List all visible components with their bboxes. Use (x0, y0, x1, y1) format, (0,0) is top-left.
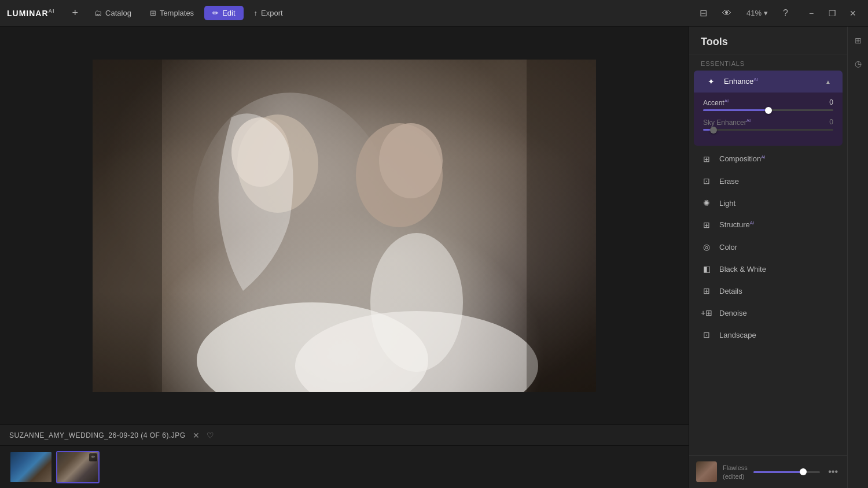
composition-label: CompositionAI (719, 154, 836, 163)
details-label: Details (719, 287, 836, 295)
denoise-label: Denoise (719, 309, 836, 317)
filename-text: SUZANNE_AMY_WEDDING_26-09-20 (4 OF 6).JP… (9, 431, 186, 439)
sky-value: 0 (829, 118, 833, 127)
enhance-expanded-panel: AccentAI 0 Sky EnhancerAI (694, 93, 843, 146)
templates-button[interactable]: ⊞ Templates (142, 6, 202, 20)
edit-icon: ✏ (212, 9, 219, 17)
color-icon: ◎ (701, 241, 712, 253)
export-button[interactable]: ↑ Export (246, 6, 291, 20)
preset-thumbnail (696, 461, 717, 482)
photo-svg (93, 60, 596, 392)
thumb-1-image (10, 452, 52, 482)
layers-icon[interactable]: ⊞ (850, 32, 866, 49)
erase-icon: ⊡ (701, 175, 712, 187)
sky-slider-track[interactable] (703, 129, 833, 131)
color-label: Color (719, 243, 836, 252)
tool-item-enhance[interactable]: ✦ EnhanceAI ▲ (694, 71, 843, 93)
app-logo: LUMINARAI (7, 8, 55, 18)
thumbnail-1[interactable] (9, 451, 53, 483)
right-panel: Tools Essentials ✦ EnhanceAI ▲ (689, 27, 868, 488)
preset-strength-slider[interactable] (753, 471, 820, 473)
chevron-down-icon: ▾ (764, 9, 768, 17)
svg-rect-8 (93, 60, 162, 392)
close-button[interactable]: ✕ (845, 5, 861, 21)
tools-list: Essentials ✦ EnhanceAI ▲ AccentAI (689, 54, 847, 455)
black-white-icon: ◧ (701, 263, 712, 275)
enhance-icon: ✦ (705, 76, 717, 87)
window-controls: − ❐ ✕ (803, 5, 861, 21)
essentials-label: Essentials (689, 54, 847, 71)
preset-slider-thumb[interactable] (800, 468, 807, 475)
expand-chevron-icon: ▲ (825, 79, 831, 85)
erase-label: Erase (719, 177, 836, 186)
accent-slider-track[interactable] (703, 109, 833, 111)
svg-rect-9 (527, 60, 596, 392)
tool-item-black-white[interactable]: ◧ Black & White (689, 258, 847, 280)
tool-item-denoise[interactable]: +⊞ Denoise (689, 302, 847, 324)
black-white-label: Black & White (719, 265, 836, 273)
light-label: Light (719, 199, 836, 208)
tool-item-details[interactable]: ⊞ Details (689, 280, 847, 302)
topbar: LUMINARAI + 🗂 Catalog ⊞ Templates ✏ Edit… (0, 0, 868, 27)
edit-button[interactable]: ✏ Edit (204, 6, 243, 20)
sky-enhancer-slider-row: Sky EnhancerAI 0 (703, 118, 833, 131)
preview-button[interactable]: 👁 (718, 6, 736, 21)
preset-thumb-image (696, 461, 717, 482)
sky-label: Sky EnhancerAI (703, 118, 751, 127)
accent-value: 0 (829, 98, 833, 107)
accent-label: AccentAI (703, 98, 729, 107)
svg-point-7 (370, 233, 463, 372)
sky-slider-thumb[interactable] (710, 127, 717, 134)
canvas-area (0, 27, 689, 424)
preset-bar: Flawless (edited) ••• (689, 455, 847, 488)
catalog-icon: 🗂 (94, 9, 102, 17)
tool-item-structure[interactable]: ⊞ StructureAI (689, 214, 847, 236)
tool-item-color[interactable]: ◎ Color (689, 236, 847, 258)
preset-more-button[interactable]: ••• (826, 464, 840, 479)
structure-label: StructureAI (719, 220, 836, 229)
templates-icon: ⊞ (150, 9, 156, 17)
left-panel: SUZANNE_AMY_WEDDING_26-09-20 (4 OF 6).JP… (0, 27, 689, 488)
light-icon: ✺ (701, 197, 712, 209)
catalog-button[interactable]: 🗂 Catalog (86, 6, 139, 20)
svg-point-4 (379, 123, 443, 198)
landscape-label: Landscape (719, 331, 836, 339)
details-icon: ⊞ (701, 285, 712, 297)
structure-icon: ⊞ (701, 219, 712, 231)
photo-background (93, 60, 596, 392)
tool-item-erase[interactable]: ⊡ Erase (689, 170, 847, 192)
maximize-button[interactable]: ❐ (824, 5, 840, 21)
tool-item-light[interactable]: ✺ Light (689, 192, 847, 214)
favorite-icon[interactable]: ♡ (207, 431, 214, 440)
tools-panel: Tools Essentials ✦ EnhanceAI ▲ (689, 27, 847, 488)
composition-icon: ⊞ (701, 153, 712, 165)
tool-item-landscape[interactable]: ⊡ Landscape (689, 324, 847, 346)
tool-item-composition[interactable]: ⊞ CompositionAI (689, 148, 847, 170)
close-file-icon[interactable]: ✕ (193, 431, 200, 440)
bottom-bar: SUZANNE_AMY_WEDDING_26-09-20 (4 OF 6).JP… (0, 424, 689, 488)
preset-slider-fill (753, 471, 804, 473)
export-icon: ↑ (254, 9, 258, 17)
filmstrip: ✏ (0, 446, 689, 488)
minimize-button[interactable]: − (803, 5, 819, 21)
zoom-selector[interactable]: 41% ▾ (742, 6, 773, 20)
accent-slider-thumb[interactable] (765, 107, 772, 114)
enhance-label: EnhanceAI (724, 77, 818, 86)
main-content: SUZANNE_AMY_WEDDING_26-09-20 (4 OF 6).JP… (0, 27, 868, 488)
thumbnail-2[interactable]: ✏ (56, 451, 100, 483)
filename-bar: SUZANNE_AMY_WEDDING_26-09-20 (4 OF 6).JP… (0, 425, 689, 446)
help-button[interactable]: ? (778, 6, 793, 21)
side-icons-panel: ⊞ ◷ (847, 27, 868, 488)
view-toggle-button[interactable]: ⊟ (695, 5, 712, 21)
photo-display (93, 60, 596, 392)
denoise-icon: +⊞ (701, 307, 712, 319)
topbar-right: ⊟ 👁 41% ▾ ? − ❐ ✕ (695, 5, 861, 21)
clock-icon[interactable]: ◷ (850, 56, 866, 72)
accent-slider-fill (703, 109, 768, 111)
add-button[interactable]: + (67, 4, 84, 22)
tools-title: Tools (689, 27, 847, 54)
landscape-icon: ⊡ (701, 329, 712, 341)
preset-name: Flawless (edited) (723, 463, 748, 480)
accent-slider-row: AccentAI 0 (703, 98, 833, 111)
edit-indicator-icon: ✏ (89, 453, 97, 461)
